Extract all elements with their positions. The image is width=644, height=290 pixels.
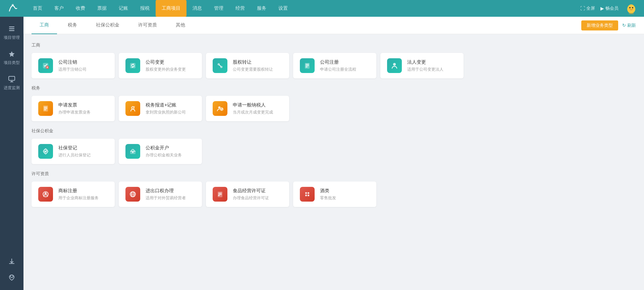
register-company-icon — [300, 58, 315, 73]
card-text-register: 公司注册 申请公司注册全流程 — [320, 59, 370, 72]
card-name-tax-report: 税务报道+记账 — [146, 102, 195, 108]
nav-message[interactable]: 消息 — [186, 0, 208, 17]
card-trademark[interactable]: 商标注册 用于企业商标注册服务 — [32, 182, 115, 207]
card-social-security[interactable]: 社保登记 进行人员社保登记 — [32, 139, 115, 164]
card-name-alcohol: 酒类 — [320, 188, 370, 194]
tab-gongshang[interactable]: 工商 — [32, 17, 57, 34]
sidebar: 项目管理 项目类型 进度监测 — [0, 17, 23, 290]
tab-shuiwu[interactable]: 税务 — [60, 17, 85, 34]
nav-fee[interactable]: 收费 — [70, 0, 91, 17]
nav-service[interactable]: 服务 — [251, 0, 272, 17]
fullscreen-button[interactable]: ⛶ 全屏 — [580, 5, 595, 11]
svg-rect-47 — [305, 195, 307, 196]
card-fund[interactable]: 公积金开户 办理公积金相关业务 — [119, 139, 202, 164]
taxpayer-icon — [213, 101, 227, 116]
card-name-trademark: 商标注册 — [58, 188, 108, 194]
sidebar-location-button[interactable] — [0, 269, 23, 285]
svg-point-0 — [12, 4, 14, 6]
card-desc-tax-report: 拿到营业执照的新公司 — [146, 110, 195, 115]
svg-rect-43 — [218, 193, 222, 194]
svg-rect-12 — [9, 76, 15, 80]
card-desc-import-export: 适用于对外贸易经营者 — [146, 195, 195, 201]
svg-point-6 — [632, 7, 633, 8]
sidebar-item-project-type[interactable]: 项目类型 — [0, 45, 23, 70]
svg-rect-18 — [130, 63, 136, 68]
sidebar-download-button[interactable] — [0, 254, 23, 269]
card-text-alcohol: 酒类 零售批发 — [320, 188, 370, 201]
change-company-icon — [125, 58, 140, 73]
main-layout: 项目管理 项目类型 进度监测 — [0, 17, 644, 290]
card-text-food-license: 食品经营许可证 办理食品经营许可证 — [233, 188, 282, 201]
logo[interactable] — [5, 1, 20, 16]
card-tax-report[interactable]: 税务报道+记账 拿到营业执照的新公司 — [119, 96, 202, 121]
cancel-company-icon — [38, 58, 53, 73]
top-nav-right: ⛶ 全屏 ▶ 畅会员 — [580, 1, 639, 16]
card-name-food-license: 食品经营许可证 — [233, 188, 282, 194]
nav-settings[interactable]: 设置 — [272, 0, 294, 17]
svg-rect-24 — [306, 64, 309, 65]
card-company-cancel[interactable]: 公司注销 适用于注销公司 — [32, 53, 115, 78]
content-scroll[interactable]: 工商 公司注销 适用于注销公司 — [23, 34, 644, 290]
card-food-license[interactable]: 食品经营许可证 办理食品经营许可证 — [206, 182, 289, 207]
nav-items: 首页 客户 收费 票据 记账 报税 工商项目 消息 管理 经营 服务 设置 — [27, 0, 580, 17]
star-icon — [8, 50, 16, 58]
sidebar-item-project-manage[interactable]: 项目管理 — [0, 20, 23, 45]
card-name-fund: 公积金开户 — [146, 145, 195, 151]
tab-shebao[interactable]: 社保公积金 — [88, 17, 127, 34]
nav-manage[interactable]: 管理 — [208, 0, 229, 17]
card-taxpayer[interactable]: 申请一般纳税人 当月或次月成变更完成 — [206, 96, 289, 121]
legal-person-icon — [387, 58, 402, 73]
card-company-register[interactable]: 公司注册 申请公司注册全流程 — [293, 53, 376, 78]
card-name-company-cancel: 公司注销 — [58, 59, 108, 65]
tax-report-icon — [125, 101, 140, 116]
card-legal-person[interactable]: 法人变更 适用于公司变更法人 — [380, 53, 464, 78]
card-equity-transfer[interactable]: 股权转让 公司变更需要股权转让 — [206, 53, 289, 78]
card-company-change[interactable]: 公司变更 股权变更外的业务变更 — [119, 53, 202, 78]
tab-other[interactable]: 其他 — [168, 17, 193, 34]
svg-point-7 — [629, 13, 634, 14]
svg-rect-31 — [44, 110, 46, 110]
fullscreen-icon: ⛶ — [580, 6, 585, 11]
nav-business[interactable]: 工商项目 — [156, 0, 186, 17]
card-import-export[interactable]: 进出口权办理 适用于对外贸易经营者 — [119, 182, 202, 207]
nav-tax[interactable]: 报税 — [134, 0, 156, 17]
nav-home[interactable]: 首页 — [27, 0, 48, 17]
card-text-social-security: 社保登记 进行人员社保登记 — [58, 145, 108, 158]
svg-point-27 — [393, 63, 396, 66]
card-invoice[interactable]: 申请发票 办理申请发票业务 — [32, 96, 115, 121]
fund-icon — [125, 144, 140, 159]
sidebar-item-progress[interactable]: 进度监测 — [0, 70, 23, 95]
section-title-shebao: 社保公积金 — [32, 128, 636, 134]
nav-customer[interactable]: 客户 — [48, 0, 70, 17]
card-text-equity: 股权转让 公司变更需要股权转让 — [233, 59, 282, 72]
import-export-icon — [125, 187, 140, 202]
card-name-legal: 法人变更 — [407, 59, 457, 65]
svg-rect-48 — [308, 195, 309, 196]
card-desc-social-security: 进行人员社保登记 — [58, 152, 108, 158]
section-cards-gongshang: 公司注销 适用于注销公司 — [32, 53, 636, 78]
nav-invoice[interactable]: 票据 — [91, 0, 113, 17]
nav-accounting[interactable]: 记账 — [113, 0, 134, 17]
card-desc-taxpayer: 当月或次月成变更完成 — [233, 110, 282, 115]
card-text-company-cancel: 公司注销 适用于注销公司 — [58, 59, 108, 72]
food-license-icon — [213, 187, 227, 202]
card-alcohol[interactable]: 酒类 零售批发 — [293, 182, 376, 207]
monitor-icon — [8, 75, 16, 83]
card-name-company-change: 公司变更 — [146, 59, 195, 65]
refresh-button[interactable]: ↻ 刷新 — [622, 22, 636, 28]
new-type-button[interactable]: 新增业务类型 — [581, 20, 618, 30]
card-desc-company-change: 股权变更外的业务变更 — [146, 67, 195, 72]
tab-xuke[interactable]: 许可资质 — [130, 17, 165, 34]
vip-button[interactable]: ▶ 畅会员 — [600, 5, 619, 11]
svg-rect-30 — [44, 108, 47, 109]
svg-rect-36 — [130, 151, 136, 152]
invoice-icon — [38, 101, 53, 116]
card-desc-alcohol: 零售批发 — [320, 195, 370, 201]
card-text-company-change: 公司变更 股权变更外的业务变更 — [146, 59, 195, 72]
svg-rect-44 — [218, 194, 222, 195]
card-text-trademark: 商标注册 用于企业商标注册服务 — [58, 188, 108, 201]
alcohol-icon — [300, 187, 315, 202]
nav-operation[interactable]: 经营 — [229, 0, 251, 17]
card-name-import-export: 进出口权办理 — [146, 188, 195, 194]
svg-rect-13 — [11, 81, 13, 82]
